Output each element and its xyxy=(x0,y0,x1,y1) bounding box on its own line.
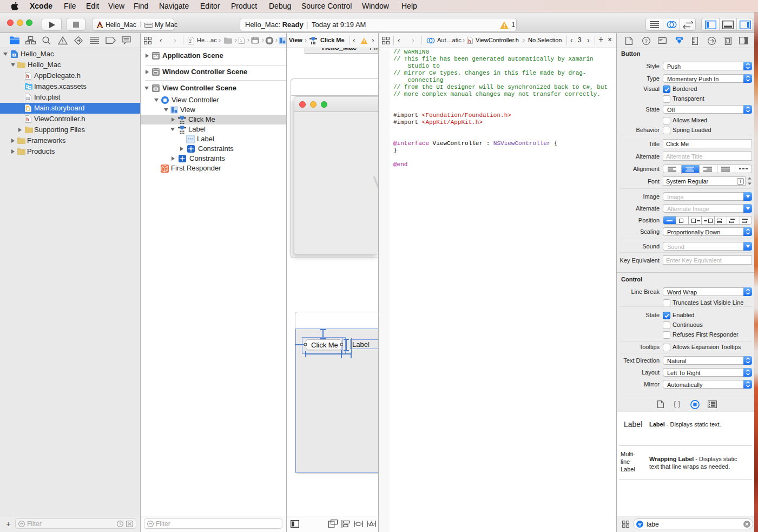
svg-text:?: ? xyxy=(645,38,648,44)
svg-text:h: h xyxy=(468,38,471,44)
svg-text:1: 1 xyxy=(166,168,167,172)
svg-text:h: h xyxy=(27,74,30,79)
svg-text:h: h xyxy=(27,117,30,122)
